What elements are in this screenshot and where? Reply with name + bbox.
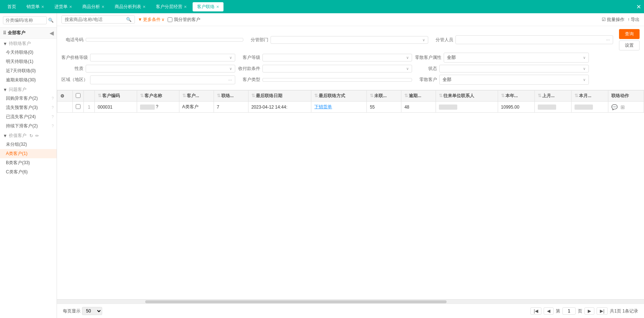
filter-status: 状态 ∨ <box>415 65 589 73</box>
overdue-col-header[interactable]: ⇅逾期... <box>401 91 436 102</box>
sidebar-item-7days[interactable]: 近7天待联络(0) <box>0 66 57 75</box>
sidebar-item-repurchase[interactable]: 回购异常客户(2) ? <box>0 94 57 103</box>
query-button[interactable]: 查询 <box>619 29 640 39</box>
sidebar-search-input[interactable] <box>3 16 47 24</box>
customer-type-input[interactable] <box>262 78 412 82</box>
settings-col-header[interactable]: ⚙ <box>57 91 73 102</box>
sidebar-item-class-b[interactable]: B类客户(33) <box>0 158 57 167</box>
horizontal-scrollbar[interactable] <box>57 299 644 304</box>
code-col-header[interactable]: ⇅客户编码 <box>94 91 137 102</box>
refresh-icon[interactable]: ↻ <box>29 133 33 138</box>
all-customers-header[interactable]: ⠿ 全部客户 ◀ <box>0 28 57 39</box>
settings-button[interactable]: 设置 <box>619 40 640 50</box>
per-page-select[interactable]: 50 100 <box>82 307 102 315</box>
batch-ops-button[interactable]: ☑ 批量操作 <box>602 17 625 23</box>
close-icon[interactable]: ✕ <box>41 5 44 9</box>
sidebar-item-unclassified[interactable]: 未分组(32) <box>0 140 57 149</box>
status-select[interactable]: ∨ <box>439 65 589 73</box>
nav-product-analysis-list[interactable]: 商品分析列表 ✕ <box>110 2 150 11</box>
nav-home[interactable]: 首页 <box>3 2 21 11</box>
data-table: ⚙ ⇅客户编码 ⇅客户名称 ⇅客户... ⇅联络... ⇅最后联络日期 ⇅最后联… <box>57 90 644 113</box>
last-page-button[interactable]: ▶| <box>597 307 608 315</box>
nature-select[interactable]: ∨ <box>86 65 235 73</box>
nav-purchase[interactable]: 进货单 ✕ <box>50 2 76 11</box>
row-seq-cell: 1 <box>83 102 94 113</box>
contact-col-header[interactable]: ⇅联络... <box>214 91 248 102</box>
close-icon[interactable]: ✕ <box>216 5 219 9</box>
help-icon[interactable]: ? <box>51 106 54 110</box>
unit-contact-col-header[interactable]: ⇅往来单位联系人 <box>436 91 498 102</box>
main-layout: 🔍 ⠿ 全部客户 ◀ ▼ 待联络客户 今天待联络(0) 明天待联络(1) 近7天… <box>0 13 644 318</box>
search-icon[interactable]: 🔍 <box>126 17 132 22</box>
help-icon[interactable]: ? <box>51 115 54 119</box>
last-month-col-header[interactable]: ⇅上月... <box>534 91 571 102</box>
retail-attr-select[interactable]: 全部 ∨ <box>444 53 589 63</box>
select-all-checkbox[interactable] <box>76 93 80 98</box>
level-col-header[interactable]: ⇅客户... <box>179 91 214 102</box>
nav-sales[interactable]: 销货单 ✕ <box>22 2 49 11</box>
row-settings-cell <box>57 102 73 113</box>
close-icon[interactable]: ✕ <box>69 5 72 9</box>
last-contact-date-col-header[interactable]: ⇅最后联络日期 <box>248 91 311 102</box>
no-contact-col-header[interactable]: ⇅未联... <box>367 91 401 102</box>
payment-select[interactable]: ∨ <box>262 65 412 73</box>
filter-retail-customer: 零散客户 全部 ∨ <box>415 75 589 85</box>
next-page-button[interactable]: ▶ <box>584 307 594 315</box>
sidebar-item-overdue[interactable]: 逾期未联络(30) <box>0 75 57 85</box>
row-checkbox[interactable] <box>76 104 80 109</box>
sidebar-item-today[interactable]: 今天待联络(0) <box>0 48 57 57</box>
message-icon[interactable]: 💬 <box>611 104 618 110</box>
search-icon[interactable]: 🔍 <box>48 18 54 23</box>
last-contact-method-col-header[interactable]: ⇅最后联络方式 <box>311 91 367 102</box>
more-conditions-button[interactable]: ▼ 更多条件 ∨ <box>138 17 165 23</box>
sidebar-item-class-a[interactable]: A类客户(1) <box>0 149 57 158</box>
retail-customer-select[interactable]: 全部 ∨ <box>439 75 589 85</box>
sidebar: 🔍 ⠿ 全部客户 ◀ ▼ 待联络客户 今天待联络(0) 明天待联络(1) 近7天… <box>0 13 57 318</box>
help-icon[interactable]: ? <box>51 96 54 100</box>
prev-page-button[interactable]: ◀ <box>544 307 554 315</box>
status-label: 状态 <box>415 66 437 72</box>
page-input[interactable] <box>562 307 576 315</box>
close-all-button[interactable]: ✕ <box>636 3 641 10</box>
more-icon[interactable]: ··· <box>228 77 232 82</box>
collapse-icon[interactable]: ◀ <box>50 30 54 36</box>
scrollbar-thumb[interactable] <box>145 300 447 303</box>
qr-icon[interactable]: ⊞ <box>620 104 625 110</box>
my-customers-checkbox[interactable] <box>168 17 172 22</box>
retail-customer-label: 零散客户 <box>415 77 437 83</box>
row-action-cell: 💬 ⊞ <box>608 102 644 113</box>
phone-input[interactable] <box>86 38 243 42</box>
sidebar-item-tomorrow[interactable]: 明天待联络(1) <box>0 57 57 66</box>
edit-icon[interactable]: ✏ <box>35 133 39 138</box>
customer-level-select[interactable]: ∨ <box>262 54 412 61</box>
price-level-select[interactable]: ∨ <box>90 54 235 61</box>
close-icon[interactable]: ✕ <box>101 5 104 9</box>
sidebar-item-declining[interactable]: 持续下滑客户(2) ? <box>0 121 57 131</box>
sidebar-item-class-c[interactable]: C类客户(6) <box>0 167 57 177</box>
sidebar-item-churn-warning[interactable]: 流失预警客户(3) ? <box>0 103 57 112</box>
last-contact-method-link[interactable]: 下销货单 <box>314 104 332 109</box>
row-code-cell: 000031 <box>94 102 137 113</box>
name-col-header[interactable]: ⇅客户名称 <box>137 91 179 102</box>
this-year-col-header[interactable]: ⇅本年... <box>498 91 534 102</box>
toolbar: 🔍 ▼ 更多条件 ∨ 我分管的客户 ☑ 批量操作 ↑ 导出 <box>57 13 644 26</box>
dept-select[interactable]: ∨ <box>271 36 428 44</box>
search-input[interactable] <box>65 17 125 22</box>
dept-label: 分管部门 <box>246 37 268 43</box>
toolbar-right-actions: ☑ 批量操作 ↑ 导出 <box>602 17 640 23</box>
this-month-col-header[interactable]: ⇅本月... <box>571 91 608 102</box>
close-icon[interactable]: ✕ <box>184 5 187 9</box>
nav-product-analysis[interactable]: 商品分析 ✕ <box>78 2 109 11</box>
more-icon[interactable]: ··· <box>606 37 610 42</box>
help-icon[interactable]: ? <box>51 124 54 128</box>
first-page-button[interactable]: |◀ <box>530 307 541 315</box>
chevron-down-icon: ∨ <box>406 56 409 60</box>
export-button[interactable]: ↑ 导出 <box>627 17 640 23</box>
filter-icon: ▼ <box>138 17 142 22</box>
nav-customer-segment[interactable]: 客户分层经营 ✕ <box>151 2 191 11</box>
manager-input[interactable]: ··· <box>455 35 613 44</box>
region-input[interactable]: ··· <box>90 75 235 84</box>
nav-customer-contact[interactable]: 客户联络 ✕ <box>193 2 223 11</box>
close-icon[interactable]: ✕ <box>143 5 146 9</box>
sidebar-item-churned[interactable]: 已流失客户(24) ? <box>0 112 57 121</box>
